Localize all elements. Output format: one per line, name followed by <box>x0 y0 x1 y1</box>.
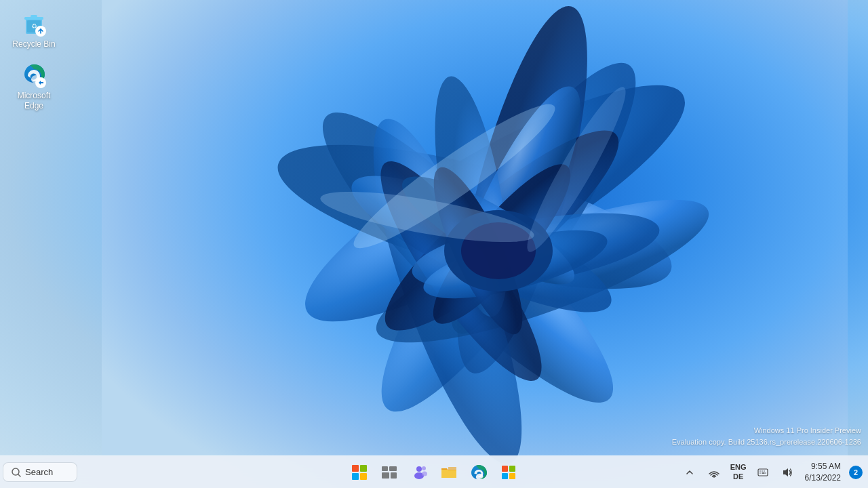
datetime-button[interactable]: 9:55 AM 6/13/2022 <box>801 460 845 485</box>
watermark-line2: Evaluation copy. Build 25136.rs_prerelea… <box>672 436 861 448</box>
svg-rect-45 <box>758 469 768 476</box>
search-button[interactable]: Search <box>3 462 77 482</box>
system-tray: ENG DE <box>679 460 863 485</box>
start-button[interactable] <box>346 459 373 486</box>
language-lang: ENG <box>730 463 747 472</box>
svg-point-39 <box>422 471 427 476</box>
input-indicator-button[interactable] <box>752 462 774 483</box>
store-button[interactable] <box>495 459 522 486</box>
volume-button[interactable] <box>776 462 798 483</box>
search-icon <box>12 468 21 477</box>
time-display: 9:55 AM <box>811 461 841 472</box>
search-label: Search <box>25 467 53 477</box>
svg-rect-35 <box>391 472 397 479</box>
file-explorer-button[interactable] <box>435 459 462 486</box>
svg-rect-42 <box>502 473 508 479</box>
windows-logo-icon <box>352 465 367 480</box>
desktop: ♻ Recycle Bin <box>0 0 868 488</box>
notification-count: 2 <box>854 468 858 476</box>
store-icon <box>500 464 517 481</box>
taskbar-right: ENG DE <box>679 460 868 485</box>
svg-point-38 <box>422 466 426 470</box>
svg-rect-40 <box>502 466 508 472</box>
svg-rect-43 <box>509 473 515 479</box>
input-indicator-icon <box>757 467 768 478</box>
chevron-up-icon <box>686 468 694 476</box>
taskbar-left: Search <box>0 462 77 482</box>
notification-button[interactable]: 2 <box>849 466 863 479</box>
microsoft-edge-label: Microsoft Edge <box>9 91 58 110</box>
svg-rect-33 <box>389 466 397 471</box>
teams-button[interactable] <box>406 459 433 486</box>
svg-rect-41 <box>509 466 515 472</box>
microsoft-edge-image <box>20 61 47 88</box>
svg-line-31 <box>18 474 20 476</box>
watermark-line1: Windows 11 Pro Insider Preview <box>672 425 861 436</box>
microsoft-edge-desktop-icon[interactable]: Microsoft Edge <box>7 58 61 113</box>
svg-rect-32 <box>382 466 388 471</box>
network-icon <box>709 467 719 478</box>
svg-marker-52 <box>783 468 788 476</box>
desktop-icons-container: ♻ Recycle Bin <box>7 7 61 113</box>
edge-taskbar-icon <box>470 464 488 481</box>
svg-rect-34 <box>382 472 389 479</box>
task-view-icon <box>382 466 397 479</box>
file-explorer-icon <box>440 464 458 481</box>
network-icon-button[interactable] <box>703 462 725 483</box>
language-region: DE <box>733 472 743 481</box>
show-hidden-icons-button[interactable] <box>679 462 701 483</box>
edge-taskbar-button[interactable] <box>465 459 492 486</box>
language-indicator[interactable]: ENG DE <box>728 462 749 482</box>
taskbar: Search <box>0 455 868 488</box>
volume-icon <box>782 467 793 478</box>
recycle-bin-image: ♻ <box>20 9 47 37</box>
svg-point-44 <box>713 476 715 477</box>
recycle-bin-label: Recycle Bin <box>12 39 55 49</box>
svg-rect-26 <box>31 15 37 18</box>
taskbar-center <box>346 459 522 486</box>
task-view-button[interactable] <box>376 459 403 486</box>
desktop-wallpaper <box>102 0 848 488</box>
teams-icon <box>410 464 428 481</box>
svg-point-36 <box>416 466 422 472</box>
windows-watermark: Windows 11 Pro Insider Preview Evaluatio… <box>672 425 861 447</box>
recycle-bin-icon[interactable]: ♻ Recycle Bin <box>7 7 61 52</box>
date-display: 6/13/2022 <box>805 472 841 484</box>
